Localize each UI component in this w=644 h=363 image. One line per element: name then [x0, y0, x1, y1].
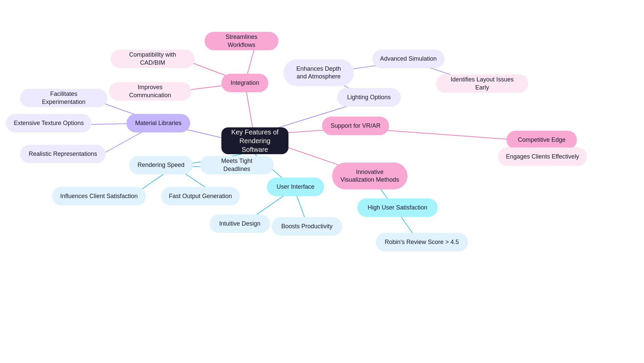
- material-libraries-node: Material Libraries: [126, 114, 190, 132]
- innovative-viz-node: Innovative Visualization Methods: [332, 163, 408, 189]
- support-vr-ar-node: Support for VR/AR: [322, 117, 389, 135]
- improves-communication-node: Improves Communication: [109, 82, 191, 101]
- enhances-depth-node: Enhances Depth and Atmosphere: [283, 59, 354, 86]
- user-interface-node: User Interface: [267, 178, 324, 196]
- intuitive-design-node: Intuitive Design: [210, 215, 270, 233]
- advanced-simulation-node: Advanced Simulation: [372, 50, 444, 68]
- facilitates-node: Facilitates Experimentation: [20, 89, 107, 107]
- high-user-satisfaction-node: High User Satisfaction: [357, 198, 438, 217]
- influences-client-node: Influences Client Satisfaction: [52, 187, 146, 205]
- engages-clients-node: Engages Clients Effectively: [498, 147, 587, 166]
- realistic-representations-node: Realistic Representations: [20, 145, 106, 163]
- fast-output-node: Fast Output Generation: [161, 187, 240, 205]
- robins-review-node: Robin's Review Score > 4.5: [376, 233, 468, 251]
- identifies-layout-node: Identifies Layout Issues Early: [436, 74, 528, 93]
- streamlines-workflows-node: Streamlines Workflows: [205, 32, 278, 50]
- meets-tight-deadlines-node: Meets Tight Deadlines: [200, 156, 274, 174]
- compatibility-node: Compatibility with CAD/BIM: [111, 50, 195, 68]
- center-node: Key Features of Rendering Software: [221, 127, 288, 154]
- rendering-speed-node: Rendering Speed: [129, 156, 193, 174]
- extensive-texture-node: Extensive Texture Options: [6, 114, 92, 132]
- integration-node: Integration: [221, 74, 268, 92]
- boosts-productivity-node: Boosts Productivity: [272, 217, 342, 236]
- lighting-options-node: Lighting Options: [337, 88, 401, 107]
- competitive-edge-node: Competitive Edge: [506, 131, 577, 149]
